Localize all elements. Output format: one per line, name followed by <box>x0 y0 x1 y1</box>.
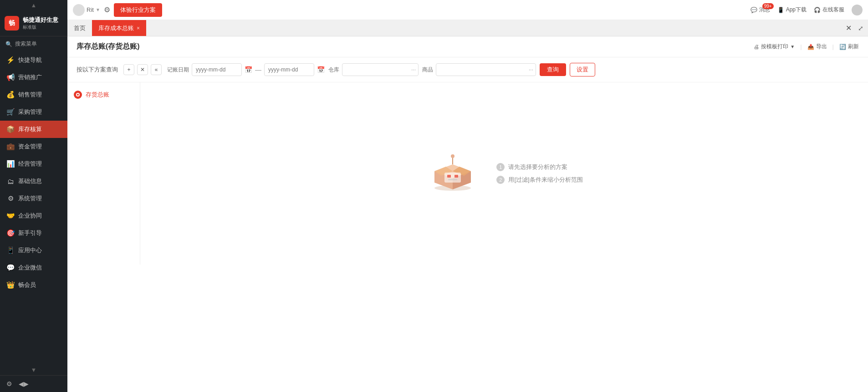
sidebar-scroll-down[interactable]: ▼ <box>0 365 67 375</box>
sidebar-item-inventory[interactable]: 📦 库存核算 <box>0 121 67 138</box>
export-label: 导出 <box>816 43 827 51</box>
tip-num-2: 2 <box>496 176 505 184</box>
tab-home[interactable]: 首页 <box>67 20 92 36</box>
basic-icon: 🗂 <box>6 178 15 185</box>
sidebar-item-label: 基础信息 <box>18 177 42 185</box>
date-end-input[interactable] <box>264 63 314 76</box>
date-start-icon[interactable]: 📅 <box>245 66 252 73</box>
collapse-filter-button[interactable]: « <box>151 64 162 75</box>
topbar-right: 💬 消息 99+ 📱 App下载 🎧 在线客服 <box>751 5 863 15</box>
sidebar-item-cooperation[interactable]: 🤝 企业协同 <box>0 207 67 224</box>
page-header: 库存总账(存货总账) 🖨 按模板打印 ▼ | 📤 导出 | 🔄 <box>67 36 868 57</box>
sidebar-item-label: 销售管理 <box>18 91 42 99</box>
remove-filter-button[interactable]: ✕ <box>137 64 148 75</box>
tab-active-label: 库存成本总账 <box>98 24 134 32</box>
scheme-item-label: 存货总账 <box>86 91 109 99</box>
sidebar-item-label: 库存核算 <box>18 125 42 133</box>
collapse-icon[interactable]: ◀▶ <box>19 380 29 387</box>
online-service-item[interactable]: 🎧 在线客服 <box>814 6 844 14</box>
sidebar-bottom: ⚙ ◀▶ <box>0 375 67 392</box>
sidebar-item-system[interactable]: ⚙ 系统管理 <box>0 190 67 207</box>
page-content: 库存总账(存货总账) 🖨 按模板打印 ▼ | 📤 导出 | 🔄 <box>67 36 868 392</box>
date-label: 记账日期 <box>167 66 189 74</box>
finance-icon: 💼 <box>6 143 15 151</box>
page-inner: 库存总账(存货总账) 🖨 按模板打印 ▼ | 📤 导出 | 🔄 <box>67 36 868 392</box>
topbar-chevron-icon: ▼ <box>96 7 100 12</box>
date-separator: — <box>255 66 261 73</box>
sidebar-item-quick-nav[interactable]: ⚡ 快捷导航 <box>0 51 67 69</box>
refresh-icon: 🔄 <box>839 44 846 50</box>
date-filter-group: 记账日期 📅 — 📅 <box>167 63 325 76</box>
goods-input[interactable] <box>436 63 536 76</box>
message-badge: 99+ <box>762 3 774 9</box>
brand-name: 畅捷通好生意 <box>23 16 58 24</box>
wechat-icon: 💬 <box>6 264 15 272</box>
sidebar-item-marketing[interactable]: 📢 营销推广 <box>0 69 67 86</box>
sidebar-item-finance[interactable]: 💼 资金管理 <box>0 138 67 155</box>
sidebar-nav: ⚡ 快捷导航 📢 营销推广 💰 销售管理 🛒 采购管理 📦 库存核算 💼 资金管… <box>0 51 67 365</box>
bottom-icons: ⚙ ◀▶ <box>6 380 29 387</box>
sidebar-scroll-up[interactable]: ▲ <box>0 0 67 10</box>
sidebar-item-sales[interactable]: 💰 销售管理 <box>0 86 67 103</box>
operation-icon: 📊 <box>6 160 15 168</box>
tip-text-1: 请先选择要分析的方案 <box>508 163 567 171</box>
settings-button[interactable]: 设置 <box>570 63 595 76</box>
purchase-icon: 🛒 <box>6 108 15 116</box>
filter-label: 按以下方案查询 <box>77 66 118 74</box>
trial-button[interactable]: 体验行业方案 <box>114 3 162 17</box>
topbar-user-right[interactable] <box>852 5 863 15</box>
user-avatar-sm <box>852 5 863 15</box>
filter-row: 记账日期 📅 — 📅 仓库 ··· <box>167 63 859 76</box>
tab-close-icon[interactable]: × <box>137 25 140 31</box>
system-icon: ⚙ <box>6 194 15 203</box>
tab-inventory-ledger[interactable]: 库存成本总账 × <box>92 20 146 36</box>
sidebar-item-operation[interactable]: 📊 经营管理 <box>0 155 67 173</box>
sidebar-search[interactable]: 🔍 搜索菜单 <box>0 36 67 51</box>
sidebar-item-apps[interactable]: 📱 应用中心 <box>0 242 67 259</box>
warehouse-input[interactable] <box>342 63 419 76</box>
date-end-icon[interactable]: 📅 <box>317 66 325 73</box>
warehouse-label: 仓库 <box>328 66 339 74</box>
tabs-bar-right: ✕ ⤢ <box>842 22 868 34</box>
date-start-input[interactable] <box>192 63 242 76</box>
message-icon: 💬 <box>751 7 757 13</box>
sidebar-item-wechat[interactable]: 💬 企业微信 <box>0 259 67 276</box>
search-icon: 🔍 <box>5 41 12 47</box>
cooperation-icon: 🤝 <box>6 212 15 220</box>
refresh-button[interactable]: 🔄 刷新 <box>839 43 859 51</box>
query-button[interactable]: 查询 <box>540 63 566 76</box>
online-service-icon: 🎧 <box>814 7 821 13</box>
sidebar-item-label: 新手引导 <box>18 229 42 237</box>
sales-icon: 💰 <box>6 91 15 99</box>
close-tab-button[interactable]: ✕ <box>842 22 855 34</box>
sidebar-item-purchase[interactable]: 🛒 采购管理 <box>0 103 67 121</box>
divider-1: | <box>800 43 802 50</box>
inventory-icon: 📦 <box>6 125 15 133</box>
settings-icon[interactable]: ⚙ <box>6 380 12 387</box>
print-label: 按模板打印 <box>761 43 788 51</box>
sidebar-item-label: 营销推广 <box>18 73 42 81</box>
filter-actions: + ✕ « <box>123 64 162 75</box>
sidebar-item-label: 采购管理 <box>18 108 42 116</box>
resize-tab-button[interactable]: ⤢ <box>855 23 866 34</box>
sidebar-item-label: 经营管理 <box>18 160 42 168</box>
app-download-item[interactable]: 📱 App下载 <box>777 6 807 14</box>
empty-tip-1: 1 请先选择要分析的方案 <box>496 163 582 171</box>
goods-label: 商品 <box>422 66 433 74</box>
scheme-item-stock-ledger[interactable]: 存货总账 <box>67 86 140 103</box>
main-content: Rit ▼ ⚙ 体验行业方案 💬 消息 99+ 📱 App下载 🎧 在线客服 <box>67 0 868 392</box>
export-button[interactable]: 📤 导出 <box>807 43 827 51</box>
sidebar-item-basic[interactable]: 🗂 基础信息 <box>0 173 67 190</box>
warehouse-filter-group: 仓库 ··· <box>328 63 419 76</box>
topbar-gear-icon[interactable]: ⚙ <box>104 5 110 14</box>
message-item[interactable]: 💬 消息 99+ <box>751 6 770 14</box>
filter-area: 按以下方案查询 + ✕ « 记账日期 📅 — 📅 <box>67 57 868 82</box>
quick-nav-icon: ⚡ <box>6 56 15 64</box>
topbar-user-area[interactable]: Rit ▼ <box>73 4 100 16</box>
add-filter-button[interactable]: + <box>123 64 134 75</box>
sidebar-item-label: 企业微信 <box>18 264 42 272</box>
sidebar-item-member[interactable]: 👑 畅会员 <box>0 276 67 294</box>
print-button[interactable]: 🖨 按模板打印 ▼ <box>754 43 795 51</box>
sidebar-item-guide[interactable]: 🎯 新手引导 <box>0 224 67 242</box>
empty-illustration <box>425 146 480 192</box>
